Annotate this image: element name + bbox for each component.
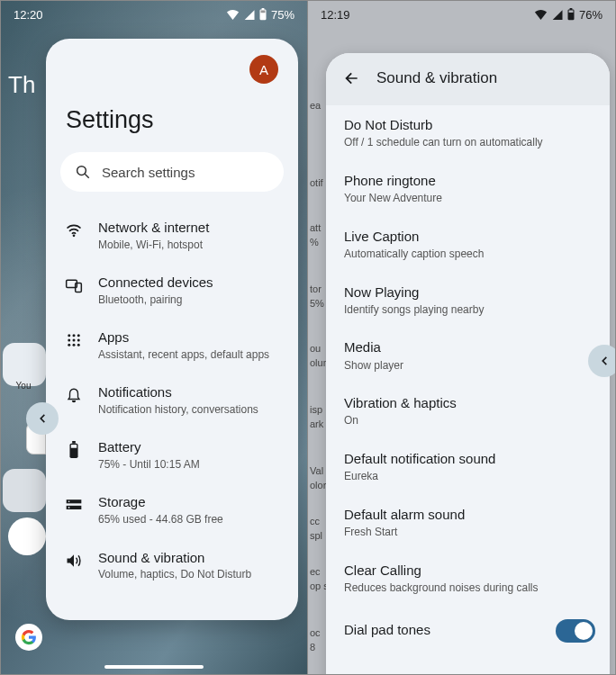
search-placeholder: Search settings <box>102 165 195 180</box>
sound-item-dialpad[interactable]: Dial pad tones <box>326 607 610 655</box>
item-title: Do Not Disturb <box>344 116 592 134</box>
status-battery: 75% <box>271 8 294 22</box>
bg-frag: olum <box>308 357 326 369</box>
status-battery: 76% <box>579 8 602 22</box>
settings-item-sound[interactable]: Sound & vibration Volume, haptics, Do No… <box>46 538 298 593</box>
settings-item-notifications[interactable]: Notifications Notification history, conv… <box>46 373 298 428</box>
bottom-dock <box>10 624 298 651</box>
item-title: Storage <box>98 493 223 511</box>
item-sub: Volume, haptics, Do Not Disturb <box>98 568 251 582</box>
back-affordance-icon[interactable] <box>588 345 615 377</box>
svg-point-15 <box>73 344 76 346</box>
sound-item-nowplaying[interactable]: Now Playing Identify songs playing nearb… <box>326 273 610 328</box>
item-sub: Off / 1 schedule can turn on automatical… <box>344 136 592 150</box>
item-sub: Bluetooth, pairing <box>98 293 213 308</box>
sound-item-caption[interactable]: Live Caption Automatically caption speec… <box>326 217 610 273</box>
svg-point-11 <box>68 339 70 342</box>
item-sub: Automatically caption speech <box>344 248 592 262</box>
battery-icon <box>258 8 267 21</box>
home-partial-icons: You <box>1 1 49 674</box>
wifi-icon <box>534 9 548 20</box>
avatar[interactable]: A <box>249 55 278 84</box>
item-title: Now Playing <box>344 284 592 302</box>
svg-rect-18 <box>72 441 76 444</box>
item-title: Notifications <box>98 383 258 401</box>
settings-item-network[interactable]: Network & internet Mobile, Wi-Fi, hotspo… <box>46 208 298 263</box>
toggle-switch[interactable] <box>556 619 595 643</box>
bg-frag: tor <box>308 284 326 295</box>
apps-grid-icon <box>64 330 84 350</box>
bg-frag: olor <box>308 480 326 491</box>
signal-icon <box>243 9 255 20</box>
svg-point-3 <box>77 166 86 176</box>
status-bar: 12:20 75% <box>1 1 307 28</box>
home-pill <box>3 469 46 512</box>
home-pill <box>3 343 46 386</box>
item-title: Dial pad tones <box>344 621 430 639</box>
svg-point-13 <box>77 339 80 342</box>
google-icon[interactable] <box>15 624 42 651</box>
bg-frag: otif <box>308 177 326 189</box>
bg-frag: ec <box>308 566 326 578</box>
svg-point-10 <box>77 334 80 337</box>
svg-rect-1 <box>262 8 265 10</box>
bell-icon <box>64 385 84 405</box>
sound-item-notifsound[interactable]: Default notification sound Eureka <box>326 439 610 495</box>
item-sub: Notification history, conversations <box>98 403 258 418</box>
search-input[interactable]: Search settings <box>60 152 284 192</box>
item-sub: Show player <box>344 359 592 374</box>
item-title: Battery <box>98 438 200 456</box>
phone-left: 12:20 75% Th You <box>1 1 308 674</box>
volume-icon <box>64 551 84 571</box>
svg-point-23 <box>68 508 70 509</box>
storage-icon <box>64 495 84 515</box>
bg-frag: ou <box>308 343 326 355</box>
bg-frag: 8 <box>308 642 326 653</box>
settings-item-storage[interactable]: Storage 65% used - 44.68 GB free <box>46 482 298 537</box>
item-title: Apps <box>98 328 269 346</box>
sound-item-clearcalling[interactable]: Clear Calling Reduces background noises … <box>326 551 610 607</box>
sound-item-dnd[interactable]: Do Not Disturb Off / 1 schedule can turn… <box>326 105 610 161</box>
svg-rect-26 <box>569 10 574 12</box>
phone-right: 12:19 76% ea otif att % tor 5% ou olum i… <box>308 1 615 674</box>
bg-frag: att <box>308 222 326 234</box>
svg-point-16 <box>77 344 80 346</box>
bg-frag: isp <box>308 404 326 416</box>
panel-header: Sound & vibration <box>326 53 610 105</box>
item-sub: Eureka <box>344 470 592 484</box>
back-affordance-icon[interactable] <box>26 402 59 435</box>
sound-item-vibration[interactable]: Vibration & haptics On <box>326 383 610 439</box>
svg-rect-25 <box>570 8 573 10</box>
bg-frag: 5% <box>308 298 326 310</box>
panel-title: Sound & vibration <box>376 69 497 87</box>
signal-icon <box>551 9 563 20</box>
bg-frag: spl <box>308 530 326 542</box>
item-sub: Fresh Start <box>344 526 592 540</box>
item-title: Live Caption <box>344 228 592 246</box>
svg-point-12 <box>73 339 76 342</box>
item-title: Phone ringtone <box>344 172 592 190</box>
settings-item-apps[interactable]: Apps Assistant, recent apps, default app… <box>46 318 298 373</box>
item-sub: On <box>344 414 592 428</box>
bg-frag: op s <box>308 580 326 592</box>
svg-point-5 <box>73 235 76 238</box>
svg-point-9 <box>73 334 76 337</box>
item-sub: 65% used - 44.68 GB free <box>98 513 223 527</box>
bg-frag: cc <box>308 516 326 527</box>
home-indicator[interactable] <box>104 665 204 669</box>
sound-item-media[interactable]: Media Show player <box>326 328 610 383</box>
wifi-icon <box>64 220 84 240</box>
settings-item-connected[interactable]: Connected devices Bluetooth, pairing <box>46 263 298 318</box>
item-title: Sound & vibration <box>98 549 251 567</box>
settings-card: A Settings Search settings Network & int… <box>46 39 298 620</box>
settings-item-battery[interactable]: Battery 75% - Until 10:15 AM <box>46 428 298 482</box>
bg-frag: ea <box>308 100 326 112</box>
sound-item-ringtone[interactable]: Phone ringtone Your New Adventure <box>326 161 610 217</box>
svg-rect-2 <box>261 10 266 13</box>
sound-item-alarmsound[interactable]: Default alarm sound Fresh Start <box>326 495 610 551</box>
item-sub: Mobile, Wi-Fi, hotspot <box>98 238 209 253</box>
back-icon[interactable] <box>342 69 360 87</box>
bg-frag: % <box>308 237 326 248</box>
wifi-icon <box>226 9 240 20</box>
item-title: Clear Calling <box>344 562 592 580</box>
